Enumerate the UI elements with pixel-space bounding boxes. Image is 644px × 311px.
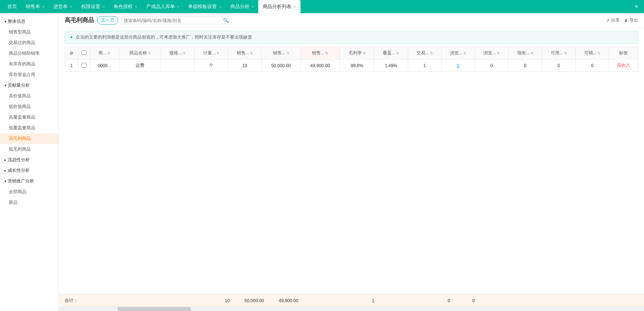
- content-header: 高毛利商品 近一月 🔍 ↗ 分享 ⬇ 导出: [59, 13, 644, 28]
- col-tag[interactable]: 标签: [609, 47, 638, 59]
- export-icon: ⬇: [624, 18, 628, 23]
- nav-item-product[interactable]: 产成品入库单 ×: [142, 0, 184, 13]
- horizontal-scrollbar[interactable]: [59, 307, 644, 311]
- sort-icon: ⇅: [183, 51, 186, 55]
- row-tag: 高收入: [609, 59, 638, 72]
- sort-icon: ⇅: [250, 51, 253, 55]
- close-icon[interactable]: ×: [70, 0, 72, 13]
- footer-transaction: 1: [372, 298, 374, 303]
- share-button[interactable]: ↗ 分享: [606, 17, 620, 23]
- row-coverage: 1.49%: [374, 59, 408, 72]
- close-icon[interactable]: ×: [42, 0, 44, 13]
- col-sales-cost[interactable]: 销售... ⇅: [301, 47, 339, 59]
- col-unit[interactable]: 计量... ⇅: [194, 47, 228, 59]
- close-icon[interactable]: ×: [135, 0, 137, 13]
- col-coverage-label: 覆盖...: [383, 50, 395, 56]
- close-icon[interactable]: ×: [219, 0, 221, 13]
- sidebar-item-high-value[interactable]: 高价值商品: [0, 91, 58, 101]
- row-view1[interactable]: 0: [441, 59, 475, 72]
- row-sales-qty: 10: [228, 59, 261, 72]
- nav-item-template[interactable]: 单据模板设置 ×: [184, 0, 226, 13]
- row-sellable: 0: [576, 59, 609, 72]
- col-name[interactable]: 商品名称 ⇅: [119, 47, 161, 59]
- export-button[interactable]: ⬇ 导出: [624, 17, 638, 23]
- nav-item-analysis-list[interactable]: 商品分析列表 ×: [258, 0, 300, 13]
- table-wrapper: ⚙ 商... ⇅: [59, 47, 644, 294]
- window-close-button[interactable]: ×: [632, 3, 641, 10]
- top-nav: 首页 销售单 × 进货单 × 权限设置 × 角色授权 × 产成品入库单 × 单据…: [0, 0, 644, 13]
- col-sales-amount[interactable]: 销售... ⇅: [262, 47, 301, 59]
- col-view1[interactable]: 浏览... ⇅: [441, 47, 475, 59]
- nav-item-permission[interactable]: 权限设置 ×: [77, 0, 109, 13]
- sidebar-group-trend[interactable]: ▸ 流趋性分析: [0, 155, 58, 165]
- col-spec[interactable]: 规格... ⇅: [161, 47, 194, 59]
- arrow-down-icon: ▾: [4, 83, 6, 87]
- col-gross-rate-label: 毛利率: [349, 50, 362, 56]
- nav-item-role[interactable]: 角色授权 ×: [109, 0, 141, 13]
- sort-icon: ⇅: [530, 51, 533, 55]
- col-tag-label: 标签: [619, 50, 628, 56]
- share-icon: ↗: [606, 18, 609, 23]
- close-icon[interactable]: ×: [177, 0, 179, 13]
- sidebar-group-marketing[interactable]: ▾ 营销推广分析: [0, 176, 58, 187]
- col-sellable[interactable]: 可销... ⇅: [576, 47, 609, 59]
- col-gross-rate[interactable]: 毛利率 ⇅: [339, 47, 374, 59]
- row-current: 0: [508, 59, 542, 72]
- col-view2[interactable]: 浏览... ⇅: [475, 47, 508, 59]
- col-current[interactable]: 现有... ⇅: [508, 47, 542, 59]
- sidebar-group-growth[interactable]: ▸ 成长性分析: [0, 165, 58, 176]
- row-unit: 个: [194, 59, 228, 72]
- sidebar-item-high-coverage[interactable]: 高覆盖量商品: [0, 112, 58, 123]
- sidebar-item-low-margin[interactable]: 低毛利商品: [0, 144, 58, 155]
- nav-item-home[interactable]: 首页: [3, 0, 21, 13]
- footer-sales-qty: 10: [225, 298, 230, 303]
- table-row: 1 0000... 运费 个 10 50,000.00 49,900.00 99…: [65, 59, 638, 72]
- select-all-checkbox[interactable]: [82, 50, 86, 55]
- sidebar-item-new-products[interactable]: 新品: [0, 197, 58, 208]
- sidebar-item-sales-products[interactable]: 销售型商品: [0, 27, 58, 37]
- sidebar-item-in-stock[interactable]: 有库存的商品: [0, 59, 58, 69]
- col-transaction[interactable]: 交易... ⇅: [408, 47, 441, 59]
- sidebar-item-traded-products[interactable]: 交易过的商品: [0, 37, 58, 48]
- sort-icon: ⇅: [463, 51, 466, 55]
- close-icon[interactable]: ×: [294, 0, 296, 13]
- close-icon[interactable]: ×: [102, 0, 105, 13]
- nav-item-analysis[interactable]: 商品分析 ×: [226, 0, 258, 13]
- col-name-label: 商品名称: [129, 50, 147, 56]
- sidebar-group-contribution[interactable]: ▾ 贡献量分析: [0, 80, 58, 91]
- data-table: ⚙ 商... ⇅: [65, 47, 638, 72]
- sidebar-item-low-coverage[interactable]: 低覆盖量商品: [0, 123, 58, 133]
- sidebar-group-overall[interactable]: ▾ 整体信息: [0, 16, 58, 27]
- col-code-label: 商...: [98, 50, 107, 56]
- row-sales-amount: 50,000.00: [262, 59, 301, 72]
- time-filter-button[interactable]: 近一月: [97, 16, 118, 25]
- row-select-checkbox[interactable]: [82, 63, 86, 68]
- sort-icon: ⇅: [497, 51, 500, 55]
- footer-current: 0: [448, 298, 450, 303]
- col-sales-qty-label: 销售...: [237, 50, 249, 56]
- sort-icon: ⇅: [325, 51, 328, 55]
- sidebar-item-all-products[interactable]: 全部商品: [0, 187, 58, 197]
- sort-icon: ⇅: [564, 51, 567, 55]
- search-input[interactable]: [124, 18, 222, 23]
- nav-item-purchase[interactable]: 进货单 ×: [49, 0, 76, 13]
- col-available[interactable]: 可用... ⇅: [542, 47, 575, 59]
- row-checkbox[interactable]: [78, 59, 90, 72]
- sort-icon: ⇅: [430, 51, 433, 55]
- col-coverage[interactable]: 覆盖... ⇅: [374, 47, 408, 59]
- close-icon[interactable]: ×: [252, 0, 254, 13]
- sidebar-item-stock-capital[interactable]: 库存资金占用: [0, 69, 58, 80]
- search-icon[interactable]: 🔍: [223, 18, 229, 23]
- nav-item-sales[interactable]: 销售单 ×: [21, 0, 49, 13]
- col-code[interactable]: 商... ⇅: [90, 47, 119, 59]
- scrollbar-thumb[interactable]: [118, 307, 191, 311]
- sidebar-item-distribution-rate[interactable]: 商品分销助销率: [0, 48, 58, 59]
- col-unit-label: 计量...: [203, 50, 216, 56]
- col-checkbox[interactable]: [78, 47, 90, 59]
- col-settings[interactable]: ⚙: [65, 47, 78, 59]
- arrow-down-icon: ▾: [4, 19, 6, 23]
- sidebar-item-low-value[interactable]: 低价值商品: [0, 101, 58, 112]
- arrow-right-icon: ▸: [4, 169, 6, 173]
- col-sales-qty[interactable]: 销售... ⇅: [228, 47, 261, 59]
- sidebar-item-high-margin[interactable]: 高毛利商品: [0, 133, 58, 144]
